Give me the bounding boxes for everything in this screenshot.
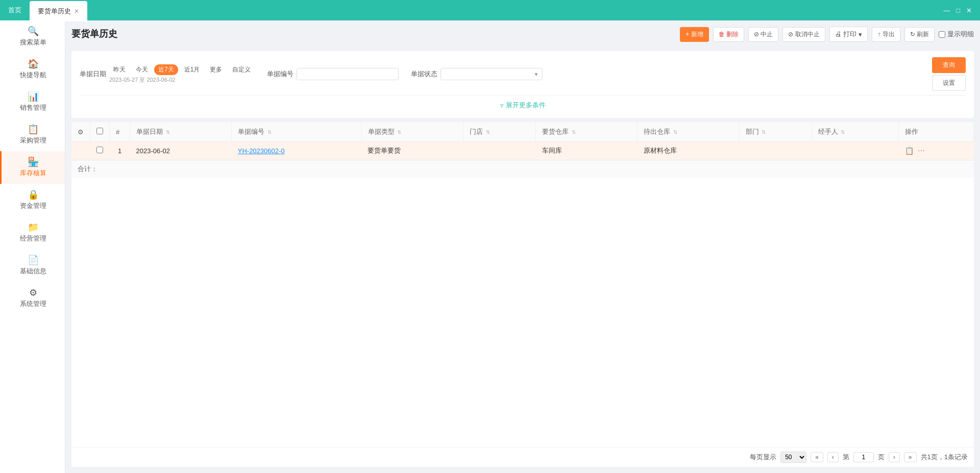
new-button[interactable]: + 新增 bbox=[680, 27, 708, 42]
toolbar: + 新增 🗑 删除 ⊘ 中止 ⊘ 取消中止 🖨 打印 ▾ ↑ 导出 ↻ 刷新 显… bbox=[680, 27, 974, 42]
page-input[interactable] bbox=[853, 452, 874, 462]
status-filter-label: 单据状态 bbox=[411, 69, 437, 79]
sidebar-item-sales-mgmt[interactable]: 📊 销售管理 bbox=[0, 86, 65, 119]
date-range-display: 2023-05-27 至 2023-06-02 bbox=[109, 76, 255, 84]
page-size-label: 每页显示 bbox=[750, 453, 776, 462]
col-handler[interactable]: 经手人 ⇅ bbox=[812, 122, 899, 142]
col-settings[interactable]: ⚙ bbox=[71, 122, 90, 142]
row-edit-icon[interactable]: 📋 bbox=[905, 147, 914, 155]
col-action-label: 操作 bbox=[905, 128, 918, 135]
bill-no-input[interactable] bbox=[297, 68, 399, 80]
unsuspend-button[interactable]: ⊘ 取消中止 bbox=[782, 27, 825, 42]
tab-home-label: 首页 bbox=[8, 6, 21, 15]
col-store[interactable]: 门店 ⇅ bbox=[463, 122, 536, 142]
sidebar-item-purchase-mgmt[interactable]: 📋 采购管理 bbox=[0, 119, 65, 151]
col-department-sort[interactable]: ⇅ bbox=[762, 129, 766, 135]
bill-no-filter-label: 单据编号 bbox=[267, 69, 293, 79]
tab-requisition-history[interactable]: 要货单历史 ✕ bbox=[30, 1, 87, 21]
sidebar-item-inventory-label: 库存核算 bbox=[20, 169, 46, 178]
sidebar-item-finance-mgmt[interactable]: 🔒 资金管理 bbox=[0, 184, 65, 217]
first-page-button[interactable]: « bbox=[811, 452, 823, 462]
table-settings-icon[interactable]: ⚙ bbox=[78, 128, 84, 136]
col-num: # bbox=[110, 122, 130, 142]
display-detail-checkbox[interactable] bbox=[939, 31, 945, 38]
quick-nav-icon: 🏠 bbox=[28, 59, 39, 68]
col-bill-no-label: 单据编号 bbox=[238, 128, 264, 135]
query-button[interactable]: 查询 bbox=[932, 57, 966, 73]
col-bill-date-label: 单据日期 bbox=[136, 128, 163, 135]
print-dropdown-icon[interactable]: ▾ bbox=[859, 31, 862, 38]
tab-close-icon[interactable]: ✕ bbox=[74, 8, 79, 15]
date-pill-today[interactable]: 今天 bbox=[132, 64, 152, 75]
col-bill-type-sort[interactable]: ⇅ bbox=[397, 129, 401, 135]
status-filter-group: 单据状态 bbox=[411, 68, 543, 80]
row-settings-cell bbox=[71, 142, 90, 160]
date-pill-more[interactable]: 更多 bbox=[206, 64, 226, 75]
print-button[interactable]: 🖨 打印 ▾ bbox=[829, 27, 868, 42]
last-page-button[interactable]: » bbox=[904, 452, 917, 462]
display-detail-toggle[interactable]: 显示明细 bbox=[939, 30, 974, 39]
sidebar-item-quick-nav[interactable]: 🏠 快捷导航 bbox=[0, 53, 65, 86]
purchase-mgmt-icon: 📋 bbox=[28, 125, 39, 134]
status-select[interactable] bbox=[440, 68, 543, 80]
expand-label: 展开更多条件 bbox=[506, 101, 546, 110]
search-menu-icon: 🔍 bbox=[28, 27, 39, 36]
date-pill-custom[interactable]: 自定义 bbox=[228, 64, 255, 75]
col-bill-date[interactable]: 单据日期 ⇅ bbox=[130, 122, 232, 142]
sidebar-item-operations-mgmt-label: 经营管理 bbox=[20, 234, 46, 243]
col-bill-date-sort[interactable]: ⇅ bbox=[166, 129, 170, 135]
display-detail-label: 显示明细 bbox=[947, 30, 974, 39]
col-handler-sort[interactable]: ⇅ bbox=[841, 129, 845, 135]
col-bill-no[interactable]: 单据编号 ⇅ bbox=[232, 122, 362, 142]
row-bill-no[interactable]: YH-20230602-0 bbox=[232, 142, 362, 160]
window-close[interactable]: ✕ bbox=[966, 7, 972, 14]
row-more-icon[interactable]: ⋯ bbox=[918, 147, 925, 155]
col-department[interactable]: 部门 ⇅ bbox=[739, 122, 812, 142]
row-num: 1 bbox=[110, 142, 130, 160]
expand-icon: ▿ bbox=[500, 102, 504, 109]
select-all-checkbox[interactable] bbox=[96, 128, 103, 134]
col-store-sort[interactable]: ⇅ bbox=[486, 129, 490, 135]
page-size-select[interactable]: 50 10 20 100 bbox=[780, 452, 806, 463]
data-table: ⚙ # 单据日期 ⇅ 单据编号 ⇅ bbox=[71, 122, 974, 160]
tab-home[interactable]: 首页 bbox=[0, 0, 30, 20]
row-req-warehouse: 车间库 bbox=[536, 142, 638, 160]
col-bill-type[interactable]: 单据类型 ⇅ bbox=[361, 122, 463, 142]
next-page-button[interactable]: › bbox=[889, 452, 900, 462]
col-checkbox bbox=[90, 122, 110, 142]
sidebar-item-system-mgmt-label: 系统管理 bbox=[20, 299, 46, 309]
window-maximize[interactable]: □ bbox=[956, 7, 960, 14]
row-bill-type: 要货单要货 bbox=[361, 142, 463, 160]
row-checkbox[interactable] bbox=[96, 147, 103, 153]
sidebar-item-search-menu[interactable]: 🔍 搜索菜单 bbox=[0, 20, 65, 53]
col-pending-warehouse-sort[interactable]: ⇅ bbox=[673, 129, 677, 135]
total-info: 共1页，1条记录 bbox=[921, 453, 968, 462]
sidebar-item-system-mgmt[interactable]: ⚙ 系统管理 bbox=[0, 282, 65, 315]
sidebar-item-operations-mgmt[interactable]: 📁 经营管理 bbox=[0, 217, 65, 249]
refresh-button[interactable]: ↻ 刷新 bbox=[904, 27, 935, 42]
row-actions: 📋 ⋯ bbox=[899, 142, 974, 160]
col-bill-no-sort[interactable]: ⇅ bbox=[267, 129, 272, 135]
table-body: 1 2023-06-02 YH-20230602-0 要货单要货 车间库 原材料… bbox=[71, 142, 974, 160]
col-req-warehouse[interactable]: 要货仓库 ⇅ bbox=[536, 122, 638, 142]
window-minimize[interactable]: — bbox=[943, 7, 950, 14]
export-button[interactable]: ↑ 导出 bbox=[872, 27, 900, 42]
settings-filter-button[interactable]: 设置 bbox=[932, 75, 966, 91]
date-pill-last1m[interactable]: 近1月 bbox=[180, 64, 204, 75]
suspend-button[interactable]: ⊘ 中止 bbox=[748, 27, 778, 42]
col-req-warehouse-sort[interactable]: ⇅ bbox=[572, 129, 576, 135]
expand-filters-button[interactable]: ▿ 展开更多条件 bbox=[496, 99, 550, 112]
sidebar-item-finance-mgmt-label: 资金管理 bbox=[20, 201, 46, 210]
sidebar-item-basic-info[interactable]: 📄 基础信息 bbox=[0, 249, 65, 282]
prev-page-button[interactable]: ‹ bbox=[827, 452, 839, 462]
sidebar-item-inventory[interactable]: 🏪 库存核算 bbox=[0, 151, 65, 184]
table-header-row: ⚙ # 单据日期 ⇅ 单据编号 ⇅ bbox=[71, 122, 974, 142]
delete-button[interactable]: 🗑 删除 bbox=[713, 27, 744, 42]
date-pill-last7[interactable]: 近7天 bbox=[154, 64, 178, 75]
operations-mgmt-icon: 📁 bbox=[28, 223, 39, 232]
print-label: 🖨 打印 bbox=[835, 30, 857, 39]
date-pill-yesterday[interactable]: 昨天 bbox=[109, 64, 130, 75]
col-handler-label: 经手人 bbox=[818, 128, 838, 135]
col-pending-warehouse[interactable]: 待出仓库 ⇅ bbox=[638, 122, 739, 142]
tab-list: 首页 要货单历史 ✕ bbox=[0, 0, 87, 20]
